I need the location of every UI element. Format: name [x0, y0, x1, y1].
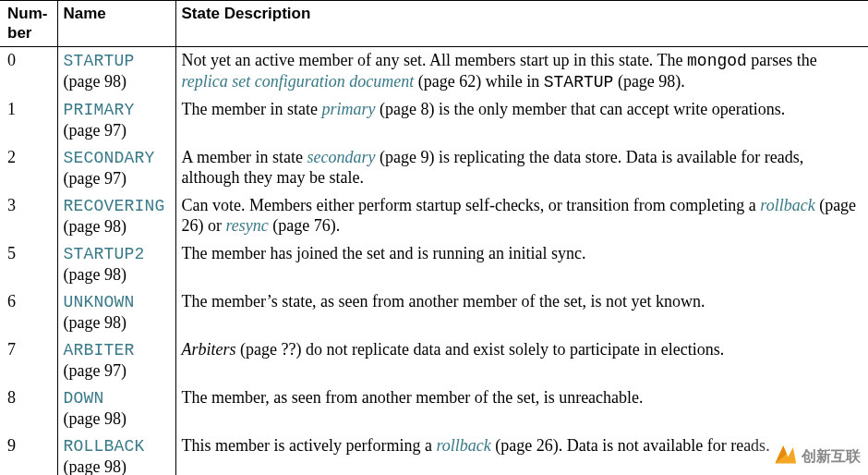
cell-number: 1 [0, 96, 57, 144]
table-row: 8 DOWN (page 98) The member, as seen fro… [0, 384, 868, 432]
cell-number: 0 [0, 46, 57, 96]
cell-desc: Arbiters (page ??) do not replicate data… [175, 336, 868, 384]
cell-name: STARTUP2 (page 98) [57, 240, 175, 288]
cell-desc: A member in state secondary (page 9) is … [175, 144, 868, 192]
state-code: UNKNOWN [64, 293, 135, 311]
page-ref: (page 97) [64, 121, 127, 140]
page-ref: (page 98) [64, 313, 127, 332]
table-row: 5 STARTUP2 (page 98) The member has join… [0, 240, 868, 288]
code-mongod: mongod [687, 52, 747, 70]
cell-number: 5 [0, 240, 57, 288]
table-row: 1 PRIMARY (page 97) The member in state … [0, 96, 868, 144]
cell-number: 3 [0, 192, 57, 240]
cell-name: DOWN (page 98) [57, 384, 175, 432]
cell-name: ROLLBACK (page 98) [57, 432, 175, 476]
desc-italic: Arbiters [182, 340, 236, 359]
cell-desc: The member, as seen from another member … [175, 384, 868, 432]
desc-text: (page 98). [613, 72, 684, 91]
desc-text: (page ??) do not replicate data and exis… [236, 340, 725, 359]
cell-desc: Can vote. Members either perform startup… [175, 192, 868, 240]
page-root: { "headers": { "col1": "Num-\nber", "col… [0, 0, 868, 475]
desc-text: The member, as seen from another member … [182, 388, 644, 407]
desc-text: (page 26). Data is not available for rea… [491, 436, 770, 455]
desc-text: (page 76). [269, 216, 340, 235]
state-code: STARTUP2 [64, 245, 145, 263]
link-replica-config[interactable]: replica set configuration document [182, 72, 415, 91]
col-header-number: Num- ber [0, 1, 57, 47]
page-ref: (page 97) [64, 361, 127, 380]
cell-name: SECONDARY (page 97) [57, 144, 175, 192]
cell-name: PRIMARY (page 97) [57, 96, 175, 144]
watermark: 创新互联 [735, 435, 868, 475]
col-header-desc: State Description [175, 1, 868, 47]
cell-desc: Not yet an active member of any set. All… [175, 46, 868, 96]
desc-text: The member in state [182, 100, 322, 118]
table-row: 2 SECONDARY (page 97) A member in state … [0, 144, 868, 192]
desc-text: (page 62) while in [414, 72, 543, 91]
cell-name: RECOVERING (page 98) [57, 192, 175, 240]
cell-name: UNKNOWN (page 98) [57, 288, 175, 336]
desc-text: A member in state [182, 148, 307, 166]
cell-desc: The member’s state, as seen from another… [175, 288, 868, 336]
table-row: 6 UNKNOWN (page 98) The member’s state, … [0, 288, 868, 336]
watermark-icon [772, 441, 798, 471]
table-row: 3 RECOVERING (page 98) Can vote. Members… [0, 192, 868, 240]
cell-number: 8 [0, 384, 57, 432]
code-startup: STARTUP [544, 73, 614, 91]
desc-text: Not yet an active member of any set. All… [182, 51, 688, 69]
link-rollback[interactable]: rollback [436, 436, 490, 455]
col-header-name: Name [57, 1, 175, 47]
page-ref: (page 98) [64, 217, 127, 236]
desc-text: (page 8) is the only member that can acc… [375, 100, 785, 118]
page-ref: (page 97) [64, 169, 127, 188]
cell-desc: The member has joined the set and is run… [175, 240, 868, 288]
watermark-text: 创新互联 [802, 447, 861, 466]
state-code: DOWN [64, 389, 104, 408]
cell-number: 6 [0, 288, 57, 336]
desc-text: The member’s state, as seen from another… [182, 292, 705, 311]
state-code: STARTUP [64, 52, 135, 70]
page-ref: (page 98) [64, 409, 127, 428]
state-code: SECONDARY [64, 149, 155, 167]
cell-number: 7 [0, 336, 57, 384]
state-code: RECOVERING [64, 197, 165, 215]
cell-name: STARTUP (page 98) [57, 46, 175, 96]
link-primary[interactable]: primary [321, 100, 375, 118]
desc-text: parses the [747, 51, 817, 69]
state-code: ROLLBACK [64, 437, 145, 456]
table-row: 0 STARTUP (page 98) Not yet an active me… [0, 46, 868, 96]
page-ref: (page 98) [64, 265, 127, 284]
desc-text: The member has joined the set and is run… [182, 244, 586, 262]
state-code: PRIMARY [64, 101, 135, 119]
table-row: 7 ARBITER (page 97) Arbiters (page ??) d… [0, 336, 868, 384]
states-table: Num- ber Name State Description 0 STARTU… [0, 0, 868, 475]
page-ref: (page 98) [64, 72, 127, 91]
cell-desc: The member in state primary (page 8) is … [175, 96, 868, 144]
cell-number: 9 [0, 432, 57, 476]
link-resync[interactable]: resync [226, 216, 269, 235]
state-code: ARBITER [64, 341, 135, 359]
table-header-row: Num- ber Name State Description [0, 1, 868, 47]
link-secondary[interactable]: secondary [307, 148, 375, 166]
desc-text: Can vote. Members either perform startup… [182, 196, 761, 214]
cell-name: ARBITER (page 97) [57, 336, 175, 384]
desc-text: This member is actively performing a [182, 436, 437, 455]
cell-number: 2 [0, 144, 57, 192]
link-rollback[interactable]: rollback [760, 196, 814, 214]
page-ref: (page 98) [64, 457, 127, 475]
